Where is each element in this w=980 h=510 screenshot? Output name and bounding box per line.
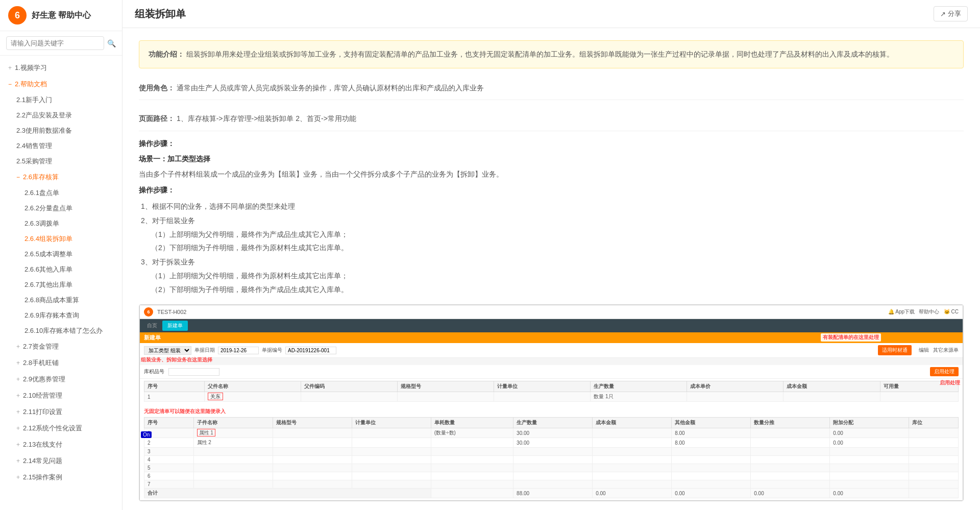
- sidebar-item-2610[interactable]: 2.6.10库存账本错了怎么办: [0, 323, 122, 338]
- sidebar-item-label: 2.9优惠券管理: [23, 375, 65, 384]
- search-box: 🔍: [0, 31, 122, 56]
- mock-date-label: 单据日期: [194, 347, 215, 354]
- th-unit: 计量单位: [494, 381, 591, 392]
- step-3: 3、对于拆装业务: [141, 255, 964, 269]
- expand-icon-213: +: [16, 441, 20, 448]
- sidebar-item-label: 2.8手机旺铺: [23, 358, 59, 368]
- step-3-sub2: （2）下部明细为子件明细，最终作为产成品生成其它入库单。: [151, 283, 964, 297]
- sidebar-item-268[interactable]: 2.6.8商品成本重算: [0, 293, 122, 308]
- steps-title: 操作步骤：: [139, 186, 964, 195]
- expand-icon-29: +: [16, 376, 20, 383]
- app-logo: 6: [8, 6, 27, 25]
- sidebar-item-docs-24[interactable]: 2.4销售管理: [0, 138, 122, 154]
- mock-table2: 序号 子件名称 规格型号 计量单位 单耗数量 生产数量 成本金额 其他金额 数量…: [144, 417, 959, 498]
- table-row: 2 属性 2 30.00 8.00 0.00: [144, 438, 959, 448]
- sidebar-item-docs-211[interactable]: + 2.11打印设置: [0, 404, 122, 420]
- mock-topright: 🔔 App下载 帮助中心 🐱 CC: [888, 308, 959, 315]
- mock-other-btns: 编辑 其它来源单: [919, 347, 959, 354]
- sidebar-item-label: 2.6库存核算: [23, 173, 59, 182]
- sidebar-header: 6 好生意 帮助中心: [0, 0, 122, 31]
- path-block: 页面路径： 1、库存核算->库存管理->组装拆卸单 2、首页->常用功能: [139, 107, 964, 131]
- sidebar-item-261[interactable]: 2.6.1盘点单: [0, 185, 122, 201]
- scenario-title: 场景一：加工类型选择: [139, 155, 964, 164]
- nav-list: + 1.视频学习 − 2.帮助文档 2.1新手入门 2.2产品安装及登录 2.3…: [0, 56, 122, 510]
- sidebar-item-label: 2.帮助文档: [15, 80, 47, 89]
- mock-table1-section: 序号 父件名称 父件编码 规格型号 计量单位 生产数量 成本单价 成本金额 可用…: [140, 379, 963, 406]
- annot-enable: 启用处理: [940, 379, 960, 386]
- mock-nav-newdoc: 新建单: [162, 321, 188, 331]
- sidebar-item-264[interactable]: 2.6.4组装拆卸单: [0, 231, 122, 247]
- collapse-icon-26: −: [16, 174, 20, 181]
- sidebar-item-267[interactable]: 2.6.7其他出库单: [0, 277, 122, 293]
- mock-table1: 序号 父件名称 父件编码 规格型号 计量单位 生产数量 成本单价 成本金额 可用…: [144, 381, 959, 402]
- sidebar-item-label: 2.12系统个性化设置: [23, 424, 82, 433]
- step-3-sub1: （1）上部明细为父件明细，最终作为原材料生成其它出库单；: [151, 269, 964, 283]
- sidebar-item-label: 2.11打印设置: [23, 407, 62, 417]
- main-area: 组装拆卸单 ↗ 分享 功能介绍： 组装拆卸单用来处理企业组装或拆卸等加工业务，支…: [122, 0, 980, 510]
- path-label: 页面路径：: [139, 114, 175, 123]
- cell-sub-name1: 属性 1: [197, 429, 215, 436]
- sidebar-item-docs-23[interactable]: 2.3使用前数据准备: [0, 123, 122, 138]
- mock-date-input[interactable]: [218, 347, 259, 354]
- sidebar-item-262[interactable]: 2.6.2分量盘点单: [0, 201, 122, 216]
- sidebar-item-label: 2.13在线支付: [23, 440, 62, 449]
- mock-logo: 6: [144, 307, 153, 317]
- sidebar-item-docs-26[interactable]: − 2.6库存核算: [0, 169, 122, 185]
- sidebar-item-docs-212[interactable]: + 2.12系统个性化设置: [0, 420, 122, 436]
- user-role-label: 使用角色：: [139, 84, 175, 92]
- sidebar-item-video[interactable]: + 1.视频学习: [0, 60, 122, 76]
- mock-docno-input[interactable]: [285, 347, 336, 354]
- sidebar-item-docs-213[interactable]: + 2.13在线支付: [0, 436, 122, 453]
- mock-right-panel: 库积品号 启用处理 启用处理: [140, 365, 963, 379]
- function-intro-label: 功能介绍：: [149, 50, 184, 58]
- sidebar-item-label: 2.14常见问题: [23, 456, 62, 466]
- user-role-text: 通常由生产人员或库管人员完成拆装业务的操作，库管人员确认原材料的出库和产成品的入…: [177, 84, 484, 92]
- sidebar-item-label: 2.15操作案例: [23, 473, 62, 482]
- ops-title: 操作步骤：: [139, 139, 964, 149]
- mock-docno-label: 单据编号: [262, 347, 282, 354]
- step-1: 1、根据不同的业务，选择不同单据的类型来处理: [141, 199, 964, 213]
- expand-icon-211: +: [16, 408, 20, 416]
- expand-icon-27: +: [16, 343, 20, 350]
- table-row: 5: [144, 464, 959, 472]
- mock-process-type-select[interactable]: 加工类型 组装 加工类型 拆卸: [144, 346, 191, 355]
- sidebar-item-docs-22[interactable]: 2.2产品安装及登录: [0, 108, 122, 123]
- sidebar-item-docs-215[interactable]: + 2.15操作案例: [0, 469, 122, 485]
- table-row: 3: [144, 448, 959, 456]
- expand-icon: +: [8, 64, 12, 71]
- share-button[interactable]: ↗ 分享: [934, 6, 968, 21]
- th-parent-code: 父件编码: [301, 381, 397, 392]
- sidebar-item-label: 2.7资金管理: [23, 342, 59, 351]
- sidebar-item-docs-29[interactable]: + 2.9优惠券管理: [0, 371, 122, 387]
- expand-icon-28: +: [16, 359, 20, 367]
- sidebar-item-docs-28[interactable]: + 2.8手机旺铺: [0, 355, 122, 371]
- sidebar-item-docs[interactable]: − 2.帮助文档: [0, 76, 122, 92]
- table-row: 6: [144, 472, 959, 480]
- search-input[interactable]: [6, 36, 104, 50]
- expand-icon-212: +: [16, 425, 20, 432]
- annot-has-bom: 有装配清单的在这里处理: [821, 333, 881, 342]
- app-brand-name: 好生意 帮助中心: [32, 10, 91, 21]
- page-title: 组装拆卸单: [135, 7, 186, 21]
- sidebar-item-docs-21[interactable]: 2.1新手入门: [0, 92, 122, 108]
- sidebar-item-docs-25[interactable]: 2.5采购管理: [0, 154, 122, 169]
- mock-enable-btn[interactable]: 启用处理: [930, 367, 959, 376]
- sidebar-item-269[interactable]: 2.6.9库存账本查询: [0, 308, 122, 323]
- sidebar-item-docs-210[interactable]: + 2.10经营管理: [0, 387, 122, 404]
- th-qty: 生产数量: [591, 381, 687, 392]
- sidebar-item-docs-27[interactable]: + 2.7资金管理: [0, 338, 122, 355]
- mock-orange-section: 新建单 有装配清单的在这里处理: [140, 332, 963, 343]
- sidebar-item-266[interactable]: 2.6.6其他入库单: [0, 262, 122, 277]
- mock-titlebar: 6 TEST-H002 🔔 App下载 帮助中心 🐱 CC: [140, 305, 963, 319]
- sidebar-item-265[interactable]: 2.6.5成本调整单: [0, 247, 122, 262]
- mock-toolbar: 加工类型 组装 加工类型 拆卸 单据日期 单据编号 适用时材通 编辑 其它来源单…: [140, 343, 963, 358]
- mock-kuji-input[interactable]: [168, 368, 219, 376]
- function-intro-text: 组装拆卸单用来处理企业组装或拆卸等加工业务，支持有固定装配清单的产品加工业务，也…: [186, 50, 894, 58]
- mock-confirm-btn[interactable]: 适用时材通: [878, 345, 912, 355]
- content-area: 功能介绍： 组装拆卸单用来处理企业组装或拆卸等加工业务，支持有固定装配清单的产品…: [122, 28, 980, 510]
- sidebar-item-263[interactable]: 2.6.3调拨单: [0, 216, 122, 231]
- search-button[interactable]: 🔍: [107, 39, 116, 47]
- th-spec: 规格型号: [397, 381, 494, 392]
- sidebar-item-docs-214[interactable]: + 2.14常见问题: [0, 453, 122, 469]
- table-row: 1 关东 数量 1只: [144, 392, 959, 402]
